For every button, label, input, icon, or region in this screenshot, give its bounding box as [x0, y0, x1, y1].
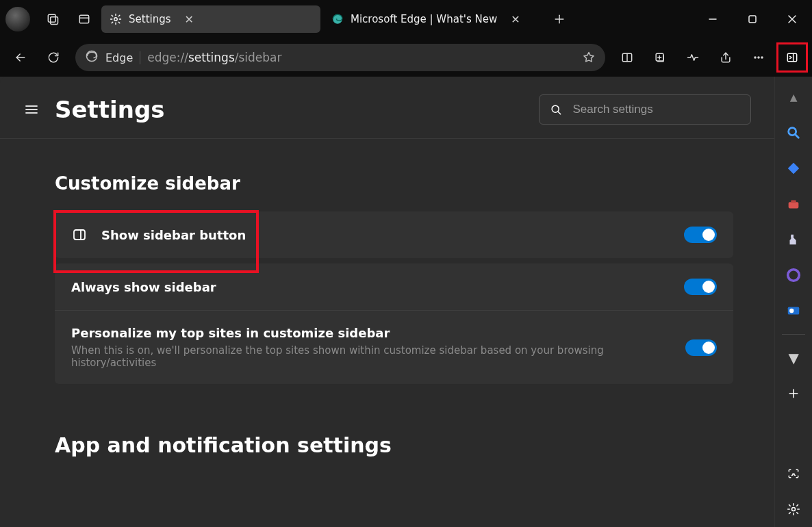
- svg-rect-1: [51, 17, 58, 25]
- search-icon[interactable]: [778, 118, 809, 148]
- search-icon: [549, 103, 563, 116]
- titlebar: Settings ✕ Microsoft Edge | What's New ✕: [0, 0, 812, 38]
- maximize-button[interactable]: [733, 4, 772, 34]
- tab-whats-new[interactable]: Microsoft Edge | What's New ✕: [323, 5, 542, 33]
- setting-card: Always show sidebar Personalize my top s…: [55, 264, 733, 384]
- setting-card: Show sidebar button: [55, 211, 733, 258]
- setting-label: Personalize my top sites in customize si…: [71, 326, 672, 340]
- svg-point-22: [761, 57, 763, 58]
- section-heading-app-notification: App and notification settings: [55, 433, 733, 457]
- page-header: Settings: [0, 77, 774, 138]
- share-icon[interactable]: [709, 42, 742, 73]
- address-bar[interactable]: Edge edge://settings/sidebar: [75, 44, 605, 71]
- toolbar: Edge edge://settings/sidebar: [0, 38, 812, 77]
- outlook-icon[interactable]: [778, 296, 809, 326]
- new-tab-button[interactable]: [544, 3, 575, 35]
- section-heading-customize-sidebar: Customize sidebar: [55, 173, 733, 194]
- profile-avatar[interactable]: [5, 7, 30, 31]
- divider: [0, 138, 774, 139]
- url-text: edge://settings/sidebar: [147, 51, 281, 64]
- content-scroll[interactable]: Customize sidebar Show sidebar button: [0, 144, 774, 527]
- window-controls: [693, 4, 812, 34]
- plus-icon[interactable]: [778, 378, 809, 409]
- minimize-button[interactable]: [693, 4, 733, 34]
- split-screen-icon[interactable]: [611, 42, 644, 73]
- svg-line-29: [558, 112, 561, 114]
- screenshot-icon[interactable]: [778, 459, 809, 489]
- search-settings[interactable]: [539, 94, 751, 125]
- tab-settings[interactable]: Settings ✕: [101, 5, 320, 33]
- close-icon[interactable]: ✕: [185, 13, 194, 26]
- favorite-icon[interactable]: [582, 51, 596, 64]
- svg-rect-34: [789, 202, 799, 208]
- shopping-icon[interactable]: [778, 153, 809, 183]
- svg-rect-23: [787, 53, 796, 62]
- svg-point-42: [792, 508, 796, 511]
- tab-actions-icon[interactable]: [68, 3, 100, 35]
- svg-rect-9: [749, 16, 756, 23]
- svg-point-39: [789, 309, 794, 313]
- games-icon[interactable]: [778, 224, 809, 255]
- close-window-button[interactable]: [772, 4, 812, 34]
- gear-icon: [110, 13, 122, 25]
- setting-description: When this is on, we'll personalize the t…: [71, 344, 672, 369]
- search-input[interactable]: [571, 102, 741, 117]
- microsoft365-icon[interactable]: [778, 260, 809, 290]
- svg-rect-2: [79, 15, 88, 23]
- close-icon[interactable]: ✕: [511, 13, 520, 26]
- svg-point-20: [754, 57, 756, 58]
- svg-rect-35: [791, 201, 796, 203]
- svg-point-36: [791, 235, 794, 238]
- row-show-sidebar-button: Show sidebar button: [55, 211, 733, 258]
- svg-point-4: [114, 18, 118, 21]
- page-title: Settings: [55, 96, 165, 123]
- collections-icon[interactable]: [644, 42, 676, 73]
- settings-page: Settings Customize sidebar: [0, 77, 774, 527]
- divider: [782, 334, 805, 335]
- setting-label: Always show sidebar: [71, 280, 216, 294]
- tab-label: Settings: [129, 13, 171, 25]
- svg-rect-0: [48, 14, 55, 22]
- health-icon[interactable]: [676, 42, 709, 73]
- back-button[interactable]: [4, 42, 37, 73]
- svg-point-37: [788, 270, 800, 281]
- workspaces-icon[interactable]: [37, 3, 68, 35]
- svg-rect-30: [74, 230, 85, 240]
- sidebar-icon: [71, 227, 88, 243]
- tab-label: Microsoft Edge | What's New: [351, 13, 497, 25]
- setting-label: Show sidebar button: [101, 228, 246, 242]
- edge-logo-icon: [85, 49, 99, 66]
- scroll-top-icon[interactable]: ▲: [778, 82, 809, 112]
- row-personalize-top-sites: Personalize my top sites in customize si…: [55, 310, 733, 384]
- svg-point-21: [758, 57, 759, 58]
- row-always-show-sidebar: Always show sidebar: [55, 264, 733, 310]
- more-icon[interactable]: [742, 42, 775, 73]
- toggle-show-sidebar-button[interactable]: [684, 227, 717, 243]
- svg-line-33: [796, 135, 799, 138]
- toggle-always-show-sidebar[interactable]: [684, 279, 717, 295]
- chevron-down-icon[interactable]: ▼: [778, 343, 809, 373]
- edge-icon: [331, 13, 344, 25]
- menu-icon[interactable]: [23, 101, 40, 118]
- refresh-button[interactable]: [37, 42, 70, 73]
- edge-sidebar: ▲ ▼: [774, 77, 812, 527]
- site-identity: Edge: [105, 51, 140, 64]
- sidebar-toggle-button[interactable]: [776, 42, 808, 73]
- toggle-personalize-top-sites[interactable]: [685, 339, 717, 356]
- gear-icon[interactable]: [778, 494, 809, 524]
- tools-icon[interactable]: [778, 189, 809, 219]
